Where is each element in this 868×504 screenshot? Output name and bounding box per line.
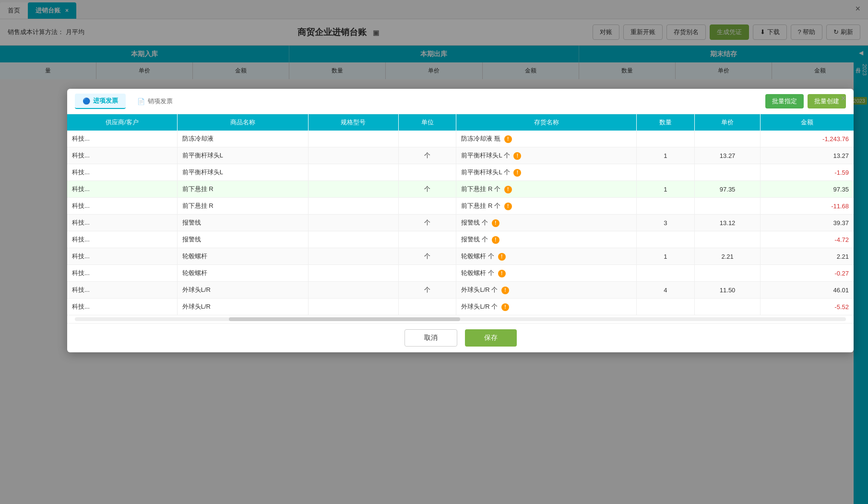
cell-amount: 46.01 [761, 282, 854, 299]
table-row[interactable]: 科技... 轮毂螺杆 轮毂螺杆 个 ! -0.27 [67, 265, 854, 282]
cell-product: 前平衡杆球头L [177, 147, 308, 164]
cell-product: 前下悬挂 R [177, 198, 308, 215]
cell-price: 97.35 [694, 181, 761, 198]
cell-product: 报警线 [177, 231, 308, 248]
cell-product: 报警线 [177, 215, 308, 231]
cell-price [694, 231, 761, 248]
cell-inventory: 外球头L/R 个 ! [456, 299, 636, 315]
outgoing-tab-label: 销项发票 [148, 97, 173, 106]
cell-spec [308, 147, 398, 164]
dialog-actions: 批量指定 批量创建 [765, 94, 846, 108]
cell-amount: -1,243.76 [761, 131, 854, 147]
warning-icon: ! [513, 169, 521, 177]
cell-supplier: 科技... [67, 181, 177, 198]
th-unit: 单位 [398, 114, 456, 131]
cell-price: 13.27 [694, 147, 761, 164]
cell-inventory: 前平衡杆球头L 个 ! [456, 147, 636, 164]
cell-product: 前下悬挂 R [177, 181, 308, 198]
cell-price [694, 164, 761, 181]
cell-qty: 3 [636, 215, 694, 231]
th-price: 单价 [694, 114, 761, 131]
cell-price: 13.12 [694, 215, 761, 231]
warning-icon: ! [504, 203, 512, 210]
cell-price: 2.21 [694, 248, 761, 265]
cell-qty: 1 [636, 181, 694, 198]
table-row[interactable]: 科技... 前平衡杆球头L 前平衡杆球头L 个 ! -1.59 [67, 164, 854, 181]
cell-amount: 97.35 [761, 181, 854, 198]
th-inventory: 存货名称 [456, 114, 636, 131]
cell-inventory: 外球头L/R 个 ! [456, 282, 636, 299]
invoice-table-container[interactable]: 供应商/客户 商品名称 规格型号 单位 存货名称 数量 单价 金额 科技... … [67, 114, 854, 315]
tab-incoming[interactable]: 🔵 进项发票 [75, 94, 126, 109]
table-row[interactable]: 科技... 报警线 个 报警线 个 ! 3 13.12 39.37 [67, 215, 854, 231]
th-qty: 数量 [636, 114, 694, 131]
cell-unit [398, 131, 456, 147]
warning-icon: ! [492, 236, 499, 244]
cell-inventory: 报警线 个 ! [456, 215, 636, 231]
cell-price [694, 299, 761, 315]
table-row[interactable]: 科技... 外球头L/R 个 外球头L/R 个 ! 4 11.50 46.01 [67, 282, 854, 299]
cell-amount: -5.52 [761, 299, 854, 315]
scroll-thumb [229, 317, 460, 321]
scroll-indicator[interactable] [75, 317, 846, 321]
cell-supplier: 科技... [67, 265, 177, 282]
cancel-button[interactable]: 取消 [404, 329, 457, 347]
table-header-row: 供应商/客户 商品名称 规格型号 单位 存货名称 数量 单价 金额 [67, 114, 854, 131]
dialog-close-button[interactable]: × [841, 94, 846, 104]
warning-icon: ! [501, 287, 509, 294]
warning-icon: ! [504, 186, 512, 193]
batch-assign-button[interactable]: 批量指定 [765, 94, 804, 108]
th-product: 商品名称 [177, 114, 308, 131]
cell-inventory: 前下悬挂 R 个 ! [456, 181, 636, 198]
incoming-icon: 🔵 [83, 97, 90, 105]
cell-spec [308, 265, 398, 282]
cell-unit: 个 [398, 248, 456, 265]
th-spec: 规格型号 [308, 114, 398, 131]
warning-icon: ! [501, 303, 509, 311]
cell-qty: 4 [636, 282, 694, 299]
table-row[interactable]: 科技... 报警线 报警线 个 ! -4.72 [67, 231, 854, 248]
cell-qty: 1 [636, 147, 694, 164]
invoice-table: 供应商/客户 商品名称 规格型号 单位 存货名称 数量 单价 金额 科技... … [67, 114, 854, 315]
cell-unit [398, 198, 456, 215]
th-supplier: 供应商/客户 [67, 114, 177, 131]
cell-spec [308, 299, 398, 315]
cell-spec [308, 248, 398, 265]
table-row[interactable]: 科技... 轮毂螺杆 个 轮毂螺杆 个 ! 1 2.21 2.21 [67, 248, 854, 265]
cell-product: 轮毂螺杆 [177, 248, 308, 265]
cell-supplier: 科技... [67, 198, 177, 215]
cell-unit [398, 164, 456, 181]
cell-amount: 39.37 [761, 215, 854, 231]
cell-supplier: 科技... [67, 164, 177, 181]
cell-supplier: 科技... [67, 231, 177, 248]
table-row[interactable]: 科技... 前下悬挂 R 前下悬挂 R 个 ! -11.68 [67, 198, 854, 215]
cell-unit: 个 [398, 282, 456, 299]
cell-supplier: 科技... [67, 215, 177, 231]
cell-spec [308, 181, 398, 198]
cell-unit [398, 265, 456, 282]
cell-price: 11.50 [694, 282, 761, 299]
warning-icon: ! [504, 135, 512, 143]
cell-qty [636, 198, 694, 215]
cell-unit: 个 [398, 181, 456, 198]
cell-qty: 1 [636, 248, 694, 265]
cell-inventory: 轮毂螺杆 个 ! [456, 265, 636, 282]
save-button[interactable]: 保存 [465, 329, 517, 347]
table-row[interactable]: 科技... 前下悬挂 R 个 前下悬挂 R 个 ! 1 97.35 97.35 [67, 181, 854, 198]
dialog-header: 🔵 进项发票 📄 销项发票 批量指定 批量创建 × [67, 89, 854, 114]
table-row[interactable]: 科技... 前平衡杆球头L 个 前平衡杆球头L 个 ! 1 13.27 13.2… [67, 147, 854, 164]
outgoing-icon: 📄 [137, 98, 145, 105]
tab-outgoing[interactable]: 📄 销项发票 [130, 94, 180, 108]
cell-spec [308, 198, 398, 215]
cell-qty [636, 299, 694, 315]
table-row[interactable]: 科技... 外球头L/R 外球头L/R 个 ! -5.52 [67, 299, 854, 315]
cell-product: 外球头L/R [177, 299, 308, 315]
cell-amount: -11.68 [761, 198, 854, 215]
cell-price [694, 265, 761, 282]
warning-icon: ! [513, 152, 521, 160]
cell-unit [398, 231, 456, 248]
batch-create-button[interactable]: 批量创建 [808, 94, 846, 108]
cell-amount: 2.21 [761, 248, 854, 265]
table-row[interactable]: 科技... 防冻冷却液 防冻冷却液 瓶 ! -1,243.76 [67, 131, 854, 147]
cell-supplier: 科技... [67, 147, 177, 164]
